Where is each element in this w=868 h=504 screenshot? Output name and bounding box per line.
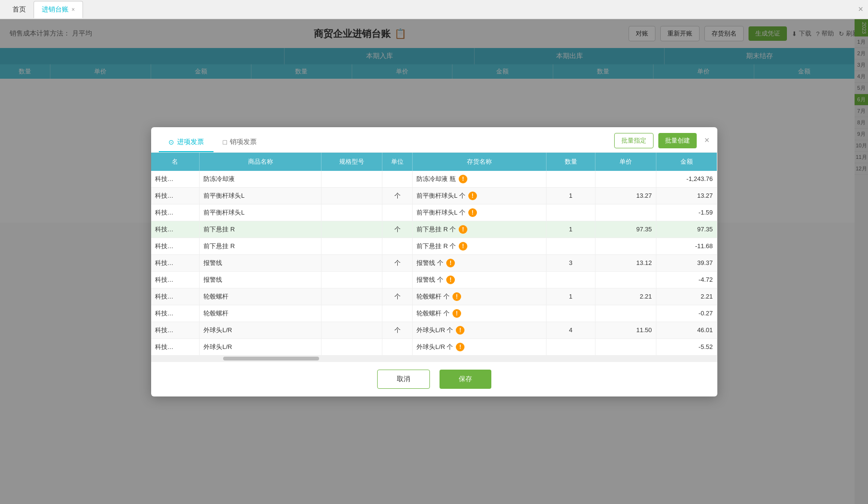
tab-sales-invoice[interactable]: □ 销项发票 xyxy=(214,133,266,152)
table-cell xyxy=(321,338,382,355)
table-cell xyxy=(382,238,412,254)
table-cell xyxy=(382,271,412,288)
table-cell: 科技… xyxy=(151,322,200,338)
modal-overlay: ⊙ 进项发票 □ 销项发票 批量指定 批量创建 × 名 xyxy=(0,19,868,504)
col-header-inventory: 存货名称 xyxy=(413,153,547,171)
income-tab-icon: ⊙ xyxy=(168,138,174,146)
table-cell: -5.52 xyxy=(656,338,717,355)
table-cell: 科技… xyxy=(151,221,200,238)
table-cell: 外球头L/R xyxy=(200,338,321,355)
tab-active-label: 进销台账 xyxy=(42,5,69,14)
table-cell: 报警线 xyxy=(200,271,321,288)
table-cell xyxy=(321,254,382,271)
inventory-name: 前平衡杆球头L 个 xyxy=(416,192,465,200)
cancel-button[interactable]: 取消 xyxy=(377,370,430,389)
inventory-name: 轮毂螺杆 个 xyxy=(416,292,450,301)
warning-icon[interactable]: ! xyxy=(446,259,455,267)
table-cell xyxy=(547,171,595,188)
table-cell: 13.27 xyxy=(656,187,717,204)
warning-icon[interactable]: ! xyxy=(456,326,464,335)
table-cell xyxy=(595,271,656,288)
table-cell: 个 xyxy=(382,254,412,271)
table-row: 科技…轮毂螺杆轮毂螺杆 个!-0.27 xyxy=(151,305,717,322)
table-cell: 39.37 xyxy=(656,254,717,271)
table-cell: 个 xyxy=(382,187,412,204)
table-cell xyxy=(321,322,382,338)
horizontal-scrollbar[interactable] xyxy=(151,356,717,361)
tab-bar: 首页 进销台账 × × xyxy=(0,0,868,19)
tab-home[interactable]: 首页 xyxy=(5,1,34,18)
warning-icon[interactable]: ! xyxy=(452,292,461,301)
table-cell xyxy=(547,204,595,221)
table-cell: 4 xyxy=(547,322,595,338)
warning-icon[interactable]: ! xyxy=(468,208,477,217)
table-cell: 科技… xyxy=(151,254,200,271)
table-cell: 科技… xyxy=(151,271,200,288)
table-cell: 科技… xyxy=(151,187,200,204)
table-cell: 个 xyxy=(382,322,412,338)
table-cell xyxy=(547,338,595,355)
table-cell: 1 xyxy=(547,221,595,238)
table-row: 科技…前下悬挂 R前下悬挂 R 个!-11.68 xyxy=(151,238,717,254)
tab-income-invoice[interactable]: ⊙ 进项发票 xyxy=(159,133,214,152)
inventory-name: 防冻冷却液 瓶 xyxy=(416,175,456,183)
table-cell: 个 xyxy=(382,288,412,305)
modal-close-button[interactable]: × xyxy=(704,135,710,149)
table-cell xyxy=(595,171,656,188)
table-cell: 个 xyxy=(382,221,412,238)
sales-tab-label: 销项发票 xyxy=(230,138,257,146)
table-cell: 13.27 xyxy=(595,187,656,204)
table-row: 科技…防冻冷却液防冻冷却液 瓶!-1,243.76 xyxy=(151,171,717,188)
inventory-name: 前平衡杆球头L 个 xyxy=(416,208,465,217)
warning-icon[interactable]: ! xyxy=(446,276,455,284)
table-row: 科技…前平衡杆球头L前平衡杆球头L 个!-1.59 xyxy=(151,204,717,221)
table-cell: 轮毂螺杆 xyxy=(200,288,321,305)
table-cell xyxy=(595,238,656,254)
table-row: 科技…报警线个报警线 个!313.1239.37 xyxy=(151,254,717,271)
table-cell: 报警线 xyxy=(200,254,321,271)
col-header-quantity: 数量 xyxy=(547,153,595,171)
table-cell: 2.21 xyxy=(595,288,656,305)
table-cell xyxy=(547,238,595,254)
table-row: 科技…外球头L/R个外球头L/R 个!411.5046.01 xyxy=(151,322,717,338)
warning-icon[interactable]: ! xyxy=(456,343,464,351)
inventory-name: 轮毂螺杆 个 xyxy=(416,309,450,318)
inventory-name: 前下悬挂 R 个 xyxy=(416,225,456,234)
modal-header: ⊙ 进项发票 □ 销项发票 批量指定 批量创建 × xyxy=(151,127,717,153)
modal-footer: 取消 保存 xyxy=(151,361,717,396)
inventory-name: 外球头L/R 个 xyxy=(416,326,453,335)
table-cell: 前下悬挂 R xyxy=(200,238,321,254)
window-close-button[interactable]: × xyxy=(858,4,863,14)
sales-tab-icon: □ xyxy=(223,138,227,146)
table-cell xyxy=(382,171,412,188)
table-cell: 1 xyxy=(547,187,595,204)
table-cell xyxy=(595,204,656,221)
table-cell: 科技… xyxy=(151,204,200,221)
table-row: 科技…轮毂螺杆个轮毂螺杆 个!12.212.21 xyxy=(151,288,717,305)
table-cell: 防冻冷却液 xyxy=(200,171,321,188)
table-cell: 97.35 xyxy=(656,221,717,238)
table-cell xyxy=(321,305,382,322)
table-cell xyxy=(547,305,595,322)
col-header-unit-price: 单价 xyxy=(595,153,656,171)
tab-close-icon[interactable]: × xyxy=(71,6,75,13)
tab-active[interactable]: 进销台账 × xyxy=(34,1,83,18)
warning-icon[interactable]: ! xyxy=(459,225,467,234)
table-cell: 科技… xyxy=(151,171,200,188)
table-cell xyxy=(321,171,382,188)
warning-icon[interactable]: ! xyxy=(468,192,477,200)
modal: ⊙ 进项发票 □ 销项发票 批量指定 批量创建 × 名 xyxy=(151,127,717,396)
inventory-name: 前下悬挂 R 个 xyxy=(416,242,456,251)
warning-icon[interactable]: ! xyxy=(459,242,467,251)
scrollbar-thumb[interactable] xyxy=(223,357,319,360)
warning-icon[interactable]: ! xyxy=(459,175,467,183)
batch-specify-button[interactable]: 批量指定 xyxy=(614,133,654,148)
table-cell: 13.12 xyxy=(595,254,656,271)
table-cell: 前平衡杆球头L xyxy=(200,204,321,221)
batch-create-button[interactable]: 批量创建 xyxy=(658,133,697,148)
save-button[interactable]: 保存 xyxy=(440,370,491,389)
table-cell: 1 xyxy=(547,288,595,305)
col-header-spec: 规格型号 xyxy=(321,153,382,171)
inventory-name: 外球头L/R 个 xyxy=(416,343,453,351)
warning-icon[interactable]: ! xyxy=(452,309,461,318)
